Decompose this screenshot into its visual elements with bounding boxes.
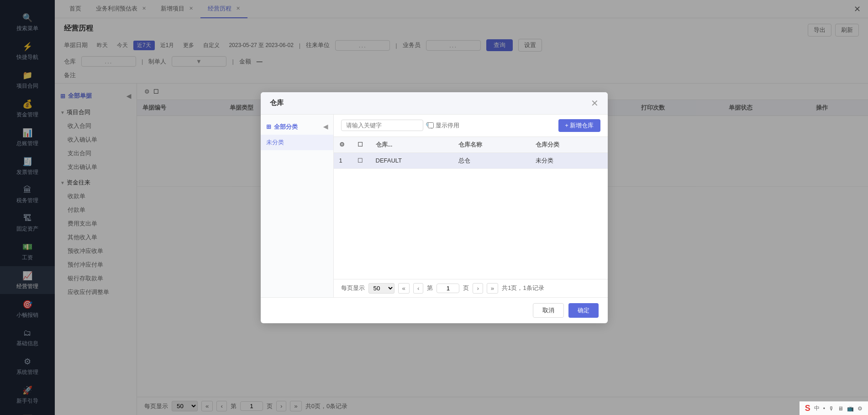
sys-logo: S	[805, 404, 810, 413]
modal-left-header: ⊞ 全部分类 ◀	[261, 119, 333, 135]
modal-page-first[interactable]: «	[398, 283, 410, 294]
modal-cancel-btn[interactable]: 取消	[533, 303, 564, 318]
sys-screen-icon[interactable]: 🖥	[838, 405, 843, 412]
sys-mic-icon[interactable]: 🎙	[829, 405, 834, 412]
row-check[interactable]: ☐	[352, 152, 370, 168]
add-warehouse-btn[interactable]: + 新增仓库	[558, 119, 600, 132]
sys-lang[interactable]: 中	[814, 404, 820, 412]
modal-footer: 取消 确定	[261, 297, 608, 323]
grid-icon-modal: ⊞	[266, 123, 271, 130]
disabled-checkbox-input[interactable]	[428, 122, 434, 128]
col-settings: ⚙	[334, 137, 352, 153]
modal-search-box: 🔍	[341, 120, 423, 131]
warehouse-table: ⚙ ☐ 仓库... 仓库名称 仓库分类 1	[334, 137, 608, 169]
col-check: ☐	[352, 137, 370, 153]
modal-title: 仓库	[270, 99, 284, 107]
modal-page-label-end: 页	[463, 284, 469, 292]
modal-page-prev[interactable]: ‹	[413, 283, 423, 294]
row-category: 未分类	[530, 152, 607, 168]
warehouse-table-header: ⚙ ☐ 仓库... 仓库名称 仓库分类	[334, 137, 608, 153]
sys-dot: •	[823, 405, 825, 412]
modal-body: ⊞ 全部分类 ◀ 未分类 🔍 显示停用	[261, 115, 608, 297]
col-name: 仓库名称	[453, 137, 530, 153]
row-name: 总仓	[453, 152, 530, 168]
show-disabled-checkbox[interactable]: 显示停用	[428, 121, 459, 130]
row-seq: 1	[334, 152, 352, 168]
modal-category-unclassified[interactable]: 未分类	[261, 135, 333, 150]
modal-close-btn[interactable]: ✕	[591, 98, 599, 109]
modal-collapse-btn[interactable]: ◀	[323, 123, 328, 130]
modal-page-label: 第	[427, 284, 433, 292]
modal-header: 仓库 ✕	[261, 92, 608, 115]
col-code: 仓库...	[370, 137, 453, 153]
modal-page-size-select[interactable]: 50 100	[368, 283, 395, 294]
modal-toolbar: 🔍 显示停用 + 新增仓库	[334, 115, 608, 137]
row-code: DEFAULT	[370, 152, 453, 168]
modal-overlay: 仓库 ✕ ⊞ 全部分类 ◀ 未分类 🔍	[0, 0, 868, 415]
col-category: 仓库分类	[530, 137, 607, 153]
modal-pagination: 每页显示 50 100 « ‹ 第 页 › » 共1页，1条记录	[334, 279, 608, 297]
modal-page-next[interactable]: ›	[473, 283, 483, 294]
modal-page-last[interactable]: »	[487, 283, 498, 294]
table-row[interactable]: 1 ☐ DEFAULT 总仓 未分类	[334, 152, 608, 168]
modal-right-panel: 🔍 显示停用 + 新增仓库 ⚙ ☐	[334, 115, 608, 297]
modal-total-info: 共1页，1条记录	[502, 284, 544, 292]
modal-confirm-btn[interactable]: 确定	[568, 303, 599, 318]
modal-left-panel: ⊞ 全部分类 ◀ 未分类	[261, 115, 334, 297]
system-bar: S 中 • 🎙 🖥 📺 ⚙	[800, 401, 868, 415]
warehouse-table-body: 1 ☐ DEFAULT 总仓 未分类	[334, 152, 608, 168]
sys-gear-icon[interactable]: ⚙	[857, 405, 863, 412]
modal-search-input[interactable]	[346, 122, 423, 129]
modal-page-size-label: 每页显示	[341, 284, 365, 292]
modal-page-input[interactable]	[437, 284, 459, 293]
warehouse-modal: 仓库 ✕ ⊞ 全部分类 ◀ 未分类 🔍	[261, 92, 608, 323]
modal-table: ⚙ ☐ 仓库... 仓库名称 仓库分类 1	[334, 137, 608, 279]
sys-tv-icon[interactable]: 📺	[847, 405, 854, 412]
